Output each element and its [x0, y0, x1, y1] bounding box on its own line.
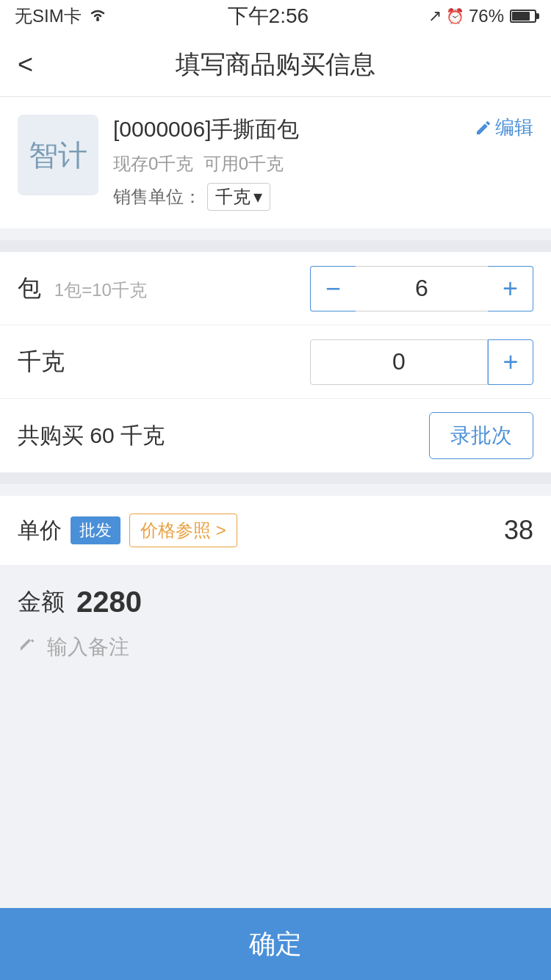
amount-label: 金额: [18, 586, 65, 619]
record-batch-button[interactable]: 录批次: [429, 412, 533, 459]
remark-row[interactable]: 输入备注: [18, 633, 533, 661]
price-row: 单价 批发 价格参照 > 38: [18, 514, 533, 547]
bao-plus-button[interactable]: +: [488, 266, 533, 311]
location-icon: ↗: [428, 7, 442, 26]
summary-row: 共购买 60 千克 录批次: [0, 399, 551, 472]
alarm-icon: ⏰: [446, 7, 464, 25]
empty-space: [0, 673, 551, 923]
price-label: 单价: [18, 516, 62, 546]
battery-percent: 76%: [469, 6, 504, 26]
product-info: [0000006]手撕面包 编辑 现存0千克 可用0千克 销售单位： 千克 ▾: [113, 115, 533, 211]
edit-button[interactable]: 编辑: [475, 115, 533, 140]
product-thumbnail: 智计: [18, 115, 98, 195]
amount-row: 金额 2280: [18, 586, 533, 619]
product-stock: 现存0千克 可用0千克: [113, 152, 533, 176]
svg-point-0: [96, 18, 99, 21]
kg-quantity-control: +: [310, 339, 533, 385]
carrier-label: 无SIM卡: [15, 4, 82, 28]
battery-icon: [510, 10, 536, 23]
bao-row: 包 1包=10千克 − +: [0, 252, 551, 325]
kg-label: 千克: [18, 346, 65, 378]
unit-selector[interactable]: 千克 ▾: [207, 183, 270, 211]
price-value: 38: [504, 515, 533, 546]
product-unit: 销售单位： 千克 ▾: [113, 183, 533, 211]
status-left: 无SIM卡: [15, 4, 108, 28]
amount-value: 2280: [76, 586, 142, 619]
price-section: 单价 批发 价格参照 > 38: [0, 496, 551, 565]
confirm-button-label[interactable]: 确定: [249, 926, 302, 962]
status-bar: 无SIM卡 下午2:56 ↗ ⏰ 76%: [0, 0, 551, 32]
wifi-icon: [87, 6, 108, 26]
page-title: 填写商品购买信息: [176, 48, 375, 82]
section-divider-1: [0, 240, 551, 252]
product-card: 智计 [0000006]手撕面包 编辑 现存0千克 可用0千克 销售单位： 千克…: [0, 97, 551, 228]
bao-label: 包: [18, 275, 41, 301]
confirm-bar[interactable]: 确定: [0, 908, 551, 980]
bao-sublabel: 1包=10千克: [54, 280, 147, 300]
kg-quantity-input[interactable]: [310, 339, 488, 385]
product-logo: 智计: [29, 135, 87, 176]
back-button[interactable]: <: [18, 49, 33, 80]
bao-minus-button[interactable]: −: [310, 266, 356, 311]
nav-bar: < 填写商品购买信息: [0, 32, 551, 97]
bao-quantity-control: − +: [310, 266, 533, 311]
bao-quantity-input[interactable]: [356, 266, 488, 311]
status-right: ↗ ⏰ 76%: [428, 6, 536, 26]
remark-placeholder[interactable]: 输入备注: [47, 633, 129, 661]
price-reference-button[interactable]: 价格参照 >: [129, 514, 237, 547]
product-name: [0000006]手撕面包: [113, 115, 299, 145]
status-time: 下午2:56: [228, 2, 309, 30]
section-divider-2: [0, 472, 551, 484]
bao-label-group: 包 1包=10千克: [18, 273, 147, 305]
summary-text: 共购买 60 千克: [18, 421, 165, 451]
amount-section: 金额 2280 输入备注: [0, 565, 551, 673]
kg-plus-button[interactable]: +: [488, 339, 533, 385]
price-tag: 批发: [71, 516, 120, 544]
pencil-icon: [18, 635, 38, 660]
kg-row: 千克 +: [0, 325, 551, 399]
